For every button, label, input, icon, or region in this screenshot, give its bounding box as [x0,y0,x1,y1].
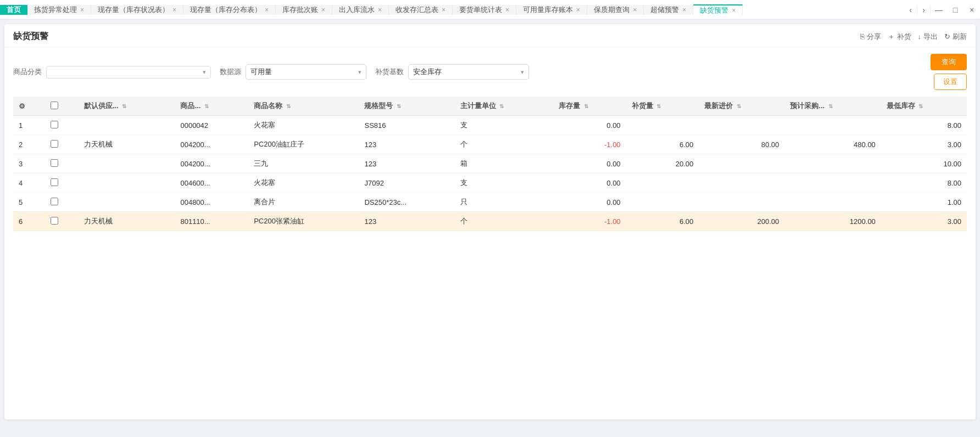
sort-estimated-icon: ⇅ [828,103,833,109]
replenish-basis-select[interactable]: 安全库存 ▾ [408,64,529,80]
tab-close-abnormal[interactable]: × [80,6,84,14]
datasource-select[interactable]: 可用量 ▾ [246,64,366,80]
row-unit: 支 [455,173,553,193]
refresh-action[interactable]: ↻ 刷新 [944,32,967,42]
row-index: 1 [13,116,45,135]
row-stock: 0.00 [553,173,626,193]
tab-item-inventory-dist[interactable]: 现存量（库存分布表）× [183,5,276,15]
tab-item-abnormal[interactable]: 拣货异常处理× [27,5,91,15]
tab-item-available-ledger[interactable]: 可用量库存账本× [516,5,587,15]
tab-item-overstock[interactable]: 超储预警× [644,5,693,15]
category-filter-group: 商品分类 ▾ [13,66,211,79]
tab-close-receive-summary[interactable]: × [442,6,446,14]
row-checkbox-input[interactable] [51,140,58,148]
row-checkbox[interactable] [45,154,79,173]
row-estimated-purchase [784,154,881,173]
tab-close-expiry[interactable]: × [633,6,637,14]
tab-close-inventory-dist[interactable]: × [265,6,269,14]
export-icon: ↓ [918,32,922,41]
row-checkbox[interactable] [45,116,79,135]
table-row: 6力天机械801110...PC200张紧油缸123个-1.006.00200.… [13,212,967,231]
row-min-stock: 3.00 [881,135,967,154]
tab-next-btn[interactable]: › [917,5,931,14]
col-replenish-qty[interactable]: 补货量 ⇅ [626,97,699,116]
row-product-code: 801110... [175,212,248,231]
tab-close-order-stat[interactable]: × [505,6,509,14]
row-spec: J7092 [359,173,454,193]
query-button[interactable]: 查询 [931,54,967,70]
datasource-value: 可用量 [250,67,272,77]
settings-button[interactable]: 设置 [934,74,967,90]
refresh-label: 刷新 [953,32,967,42]
replenish-action[interactable]: ＋ 补货 [888,32,911,42]
tab-close-flow[interactable]: × [378,6,382,14]
tab-label-inventory-status: 现存量（库存状况表） [98,5,169,15]
tab-item-batch-account[interactable]: 库存批次账× [276,5,332,15]
col-settings[interactable]: ⚙ [13,97,45,116]
col-estimated-purchase[interactable]: 预计采购... ⇅ [784,97,881,116]
tab-item-shortage[interactable]: 缺货预警× [693,4,743,15]
row-product-name: PC200油缸庄子 [248,135,359,154]
row-product-name: 离合片 [248,193,359,212]
sort-code-icon: ⇅ [204,103,209,109]
col-supplier[interactable]: 默认供应... ⇅ [79,97,175,116]
tab-item-flow[interactable]: 出入库流水× [332,5,389,15]
row-checkbox-input[interactable] [51,217,58,225]
tab-close-batch-account[interactable]: × [321,6,325,14]
col-spec[interactable]: 规格型号 ⇅ [359,97,454,116]
row-checkbox[interactable] [45,173,79,193]
main-table: ⚙ 默认供应... ⇅ 商品... ⇅ 商品名称 ⇅ 规格型号 ⇅ 主计量单位 … [13,97,967,231]
row-latest-price [699,173,784,193]
row-min-stock: 3.00 [881,212,967,231]
row-checkbox[interactable] [45,193,79,212]
row-checkbox-input[interactable] [51,121,58,128]
row-estimated-purchase [784,193,881,212]
tab-item-expiry[interactable]: 保质期查询× [587,5,644,15]
tab-item-receive-summary[interactable]: 收发存汇总表× [389,5,453,15]
filter-right: 查询 设置 [931,54,967,90]
col-stock[interactable]: 库存量 ⇅ [553,97,626,116]
tab-maximize-btn[interactable]: □ [947,5,964,14]
header-actions: ⎘ 分享 ＋ 补货 ↓ 导出 ↻ 刷新 [860,32,967,42]
tab-item-home[interactable]: 首页 [0,5,27,15]
tab-closeall-btn[interactable]: × [964,5,980,14]
replenish-basis-filter-group: 补货基数 安全库存 ▾ [375,64,529,80]
col-unit[interactable]: 主计量单位 ⇅ [455,97,553,116]
tab-label-available-ledger: 可用量库存账本 [523,5,573,15]
share-action[interactable]: ⎘ 分享 [860,32,881,42]
select-all-checkbox[interactable] [51,102,58,109]
row-checkbox[interactable] [45,212,79,231]
col-checkbox[interactable] [45,97,79,116]
row-index: 2 [13,135,45,154]
row-product-code: 0000042 [175,116,248,135]
row-supplier [79,154,175,173]
tab-close-available-ledger[interactable]: × [576,6,580,14]
settings-gear-icon: ⚙ [19,102,25,110]
tab-close-shortage[interactable]: × [732,7,736,14]
row-checkbox-input[interactable] [51,159,58,167]
row-supplier: 力天机械 [79,212,175,231]
row-estimated-purchase: 480.00 [784,135,881,154]
row-supplier [79,173,175,193]
row-replenish-qty: 6.00 [626,212,699,231]
tab-minimize-btn[interactable]: — [931,5,947,14]
row-checkbox-input[interactable] [51,178,58,186]
tab-close-inventory-status[interactable]: × [172,6,176,14]
page-title: 缺货预警 [13,31,48,42]
row-checkbox[interactable] [45,135,79,154]
col-product-name[interactable]: 商品名称 ⇅ [248,97,359,116]
tab-prev-btn[interactable]: ‹ [904,5,917,14]
tab-item-inventory-status[interactable]: 现存量（库存状况表）× [91,5,183,15]
col-product-code[interactable]: 商品... ⇅ [175,97,248,116]
col-min-stock[interactable]: 最低库存 ⇅ [881,97,967,116]
row-supplier: 力天机械 [79,135,175,154]
row-product-code: 004200... [175,154,248,173]
tab-item-order-stat[interactable]: 要货单统计表× [453,5,516,15]
tab-bar: 首页拣货异常处理×现存量（库存状况表）×现存量（库存分布表）×库存批次账×出入库… [0,0,980,20]
col-latest-price[interactable]: 最新进价 ⇅ [699,97,784,116]
category-select[interactable]: ▾ [46,66,211,79]
row-checkbox-input[interactable] [51,198,58,205]
tab-close-overstock[interactable]: × [682,6,686,14]
row-spec: DS250*23c... [359,193,454,212]
export-action[interactable]: ↓ 导出 [918,32,938,42]
